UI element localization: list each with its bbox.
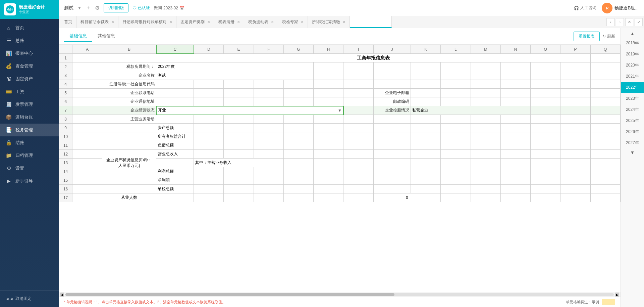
tab-tax-wave-close[interactable]: ✕ (271, 20, 274, 24)
cell-16-j[interactable] (373, 185, 411, 193)
cell-5-h[interactable] (314, 89, 343, 97)
cell-4-c[interactable] (156, 80, 194, 89)
cell-7-c-dropdown[interactable]: 开业 ▼ (156, 106, 343, 115)
cell-10-k[interactable] (411, 132, 441, 141)
cell-6-d[interactable] (194, 97, 224, 106)
cell-10-c[interactable]: 所有者权益合计 (156, 132, 194, 141)
cell-6-j[interactable]: 邮政编码 (373, 97, 411, 106)
cancel-fixed-button[interactable]: ◄◄ 取消固定 (0, 293, 59, 304)
cell-2-a[interactable] (72, 62, 102, 71)
cell-8-d[interactable] (194, 115, 224, 124)
cell-9-q[interactable] (590, 124, 620, 132)
cell-15-d[interactable] (194, 176, 224, 185)
cell-17-o[interactable] (531, 193, 560, 202)
cell-12-k[interactable] (411, 150, 441, 159)
cell-15-k[interactable] (411, 176, 441, 185)
cell-9-i[interactable] (343, 124, 373, 132)
cell-15-j[interactable] (373, 176, 411, 185)
cell-2-b[interactable]: 税款所属期间： (102, 62, 156, 71)
cell-12-p[interactable] (560, 150, 590, 159)
cell-8-q[interactable] (590, 115, 620, 124)
cell-17-j[interactable]: 0 (373, 193, 441, 202)
cell-13-q[interactable] (590, 159, 620, 167)
cell-8-c[interactable] (156, 115, 194, 124)
cell-9-h[interactable] (314, 124, 343, 132)
cell-3-i[interactable] (343, 71, 373, 80)
cell-7-i[interactable] (343, 106, 373, 115)
tab-fixed-asset-type-close[interactable]: ✕ (207, 20, 210, 24)
tab-tax-form[interactable]: 税表清册 ✕ (214, 16, 244, 28)
year-item-2021[interactable]: 2021年 (621, 71, 644, 82)
cell-4-l[interactable] (441, 80, 471, 89)
cell-15-i[interactable] (343, 176, 373, 185)
tab-expand-button[interactable]: ⤢ (635, 18, 643, 26)
horizontal-scrollbar[interactable]: ◄ ► (59, 292, 621, 297)
cell-12-e[interactable] (224, 150, 254, 159)
cell-1-b[interactable] (102, 54, 156, 62)
cell-2-n[interactable] (500, 62, 530, 71)
tab-tax-form-close[interactable]: ✕ (237, 20, 240, 24)
year-item-2024[interactable]: 2024年 (621, 104, 644, 115)
cell-14-n[interactable] (500, 167, 530, 176)
cell-10-l[interactable] (441, 132, 471, 141)
cell-11-b[interactable] (102, 141, 156, 150)
cell-8-h[interactable] (314, 115, 343, 124)
col-header-d[interactable]: D (194, 45, 224, 54)
cell-5-n[interactable] (500, 89, 530, 97)
cell-2-p[interactable] (560, 62, 590, 71)
cell-12-q[interactable] (590, 150, 620, 159)
cell-9-e[interactable] (224, 124, 254, 132)
cell-5-q[interactable] (590, 89, 620, 97)
cell-11-l[interactable] (441, 141, 471, 150)
col-header-o[interactable]: O (531, 45, 560, 54)
cell-5-i[interactable] (343, 89, 373, 97)
cell-7-a[interactable] (72, 106, 102, 115)
col-header-m[interactable]: M (471, 45, 500, 54)
sidebar-item-invoice[interactable]: 🧾 发票管理 (0, 98, 59, 111)
sidebar-item-close-period[interactable]: 🔒 结账 (0, 136, 59, 149)
cell-9-d[interactable] (194, 124, 224, 132)
cell-11-a[interactable] (72, 141, 102, 150)
cell-4-m[interactable] (471, 80, 500, 89)
cell-15-l[interactable] (441, 176, 471, 185)
cell-6-k[interactable] (411, 97, 441, 106)
cell-9-j[interactable] (373, 124, 411, 132)
tab-tax-expert[interactable]: 税检专家 ✕ (278, 16, 308, 28)
cell-6-g[interactable] (283, 97, 313, 106)
cell-6-c[interactable] (156, 97, 194, 106)
cell-5-k[interactable] (411, 89, 441, 97)
cell-10-m[interactable] (471, 132, 500, 141)
cell-4-d[interactable] (194, 80, 224, 89)
cell-16-f[interactable] (254, 185, 283, 193)
cell-6-b[interactable]: 企业通信地址 (102, 97, 156, 106)
col-header-e[interactable]: E (224, 45, 254, 54)
cell-9-p[interactable] (560, 124, 590, 132)
cell-3-o[interactable] (531, 71, 560, 80)
cell-2-m[interactable] (471, 62, 500, 71)
cell-4-o[interactable] (531, 80, 560, 89)
cell-16-l[interactable] (441, 185, 471, 193)
cell-17-a[interactable] (72, 193, 102, 202)
cell-16-p[interactable] (560, 185, 590, 193)
cell-17-d[interactable] (194, 193, 224, 202)
sidebar-item-payroll[interactable]: 💳 工资 (0, 85, 59, 98)
cell-16-g[interactable] (283, 185, 313, 193)
tab-fixed-asset-type[interactable]: 固定资产类别 ✕ (176, 16, 214, 28)
cell-15-e[interactable] (224, 176, 254, 185)
cell-10-p[interactable] (560, 132, 590, 141)
cell-7-k[interactable]: 私营企业 (411, 106, 531, 115)
cell-11-c[interactable]: 负债总额 (156, 141, 194, 150)
cell-12-l[interactable] (441, 150, 471, 159)
col-header-g[interactable]: G (283, 45, 313, 54)
cell-5-p[interactable] (560, 89, 590, 97)
cell-3-j[interactable] (373, 71, 411, 80)
tab-annual-report-close[interactable]: ✕ (385, 20, 387, 24)
cell-12-m[interactable] (471, 150, 500, 159)
cell-17-p[interactable] (560, 193, 590, 202)
sidebar-item-fund-mgmt[interactable]: 💰 资金管理 (0, 60, 59, 73)
cell-12-g[interactable] (283, 150, 313, 159)
col-header-c[interactable]: C (156, 45, 194, 54)
cell-17-b[interactable]: 从业人数 (102, 193, 156, 202)
cell-15-q[interactable] (590, 176, 620, 185)
cell-14-f[interactable] (254, 167, 283, 176)
